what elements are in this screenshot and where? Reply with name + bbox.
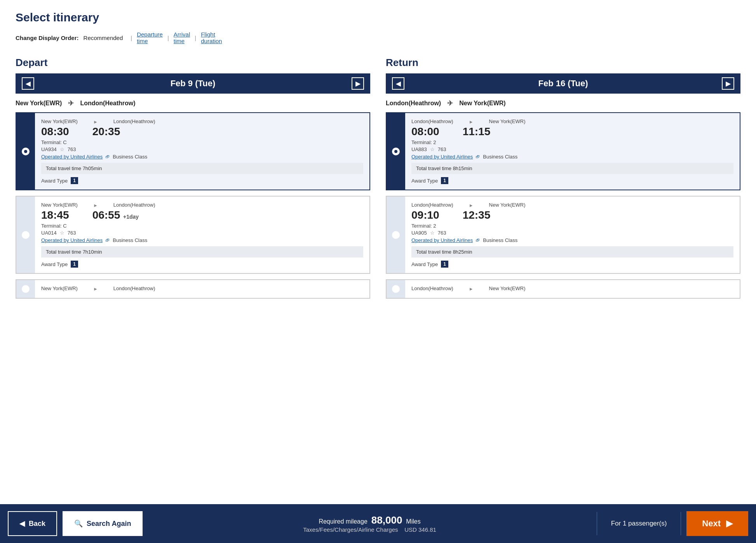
return-date-nav: ◀ Feb 16 (Tue) ▶: [386, 73, 740, 94]
depart-f2-arrive-time: 06:55 +1day: [92, 209, 139, 221]
sort-arrival-link[interactable]: Arrivaltime: [174, 31, 190, 44]
back-arrow-icon: ◀: [19, 519, 25, 528]
return-f2-operated-link[interactable]: Operated by United Airlines: [411, 237, 473, 243]
return-f1-number: UA883: [411, 146, 427, 152]
taxes-label: Taxes/Fees/Charges/Airline Charges: [303, 526, 398, 533]
return-f2-star: ☆: [430, 230, 435, 236]
depart-f1-origin: New York(EWR): [41, 118, 78, 124]
return-flight-1[interactable]: London(Heathrow) ► New York(EWR) 08:00 1…: [386, 112, 740, 190]
passenger-section: For 1 passenger(s): [597, 512, 681, 535]
sort-duration-link[interactable]: Flightduration: [201, 31, 222, 44]
depart-f3-dest: London(Heathrow): [113, 285, 155, 291]
mileage-row: Required mileage 88,000 Miles: [319, 514, 420, 526]
depart-flight-1[interactable]: New York(EWR) ► London(Heathrow) 08:30 2…: [16, 112, 370, 190]
return-dest-label: New York(EWR): [459, 100, 505, 107]
depart-radio-3[interactable]: [22, 285, 30, 293]
next-arrow-icon: ▶: [726, 519, 733, 529]
columns-wrapper: Depart ◀ Feb 9 (Tue) ▶ New York(EWR) ✈ L…: [16, 57, 740, 304]
taxes-row: Taxes/Fees/Charges/Airline Charges USD 3…: [303, 526, 436, 533]
mileage-value: 88,000: [371, 514, 402, 526]
return-f2-arrive-time: 12:35: [463, 209, 491, 221]
depart-date-nav: ◀ Feb 9 (Tue) ▶: [16, 73, 370, 94]
return-radio-col-1: [387, 113, 405, 190]
display-order-value: Recommended: [84, 35, 123, 41]
return-f1-award: Award Type 1: [411, 177, 733, 184]
depart-f1-aircraft: 763: [68, 146, 76, 152]
return-f1-operated: Operated by United Airlines 🗗 Business C…: [411, 154, 733, 160]
depart-f2-terminal: Terminal: C: [41, 223, 363, 229]
return-radio-col-2: [387, 197, 405, 273]
depart-prev-btn[interactable]: ◀: [22, 77, 34, 90]
depart-f2-times: 18:45 06:55 +1day: [41, 209, 363, 221]
sort-departure-link[interactable]: Departuretime: [137, 31, 163, 44]
bottom-bar: ◀ Back 🔍 Search Again Required mileage 8…: [0, 504, 756, 543]
return-flight-2[interactable]: London(Heathrow) ► New York(EWR) 09:10 1…: [386, 196, 740, 274]
return-prev-btn[interactable]: ◀: [392, 77, 404, 90]
return-radio-1[interactable]: [392, 148, 400, 155]
depart-f1-arrive-time: 20:35: [92, 125, 120, 138]
return-f2-aircraft: 763: [438, 230, 446, 236]
depart-dest-label: London(Heathrow): [80, 100, 135, 107]
depart-flight-3-info: New York(EWR) ► London(Heathrow): [35, 280, 369, 298]
depart-f2-ext-icon: 🗗: [106, 238, 110, 242]
back-button[interactable]: ◀ Back: [8, 511, 57, 536]
return-f2-award-label: Award Type: [411, 261, 438, 267]
return-column: Return ◀ Feb 16 (Tue) ▶ London(Heathrow)…: [386, 57, 740, 304]
back-label: Back: [29, 520, 45, 528]
depart-f3-top: New York(EWR) ► London(Heathrow): [41, 285, 363, 292]
return-f1-terminal: Terminal: 2: [411, 139, 733, 145]
depart-f2-top: New York(EWR) ► London(Heathrow): [41, 202, 363, 208]
return-f2-award: Award Type 1: [411, 261, 733, 268]
return-f1-class: Business Class: [483, 154, 517, 160]
display-order-row: Change Display Order: Recommended | Depa…: [16, 31, 740, 44]
depart-f1-terminal: Terminal: C: [41, 139, 363, 145]
return-f2-top: London(Heathrow) ► New York(EWR): [411, 202, 733, 208]
depart-f1-details: UA934 ☆ 763: [41, 146, 363, 152]
divider-3: |: [195, 35, 196, 41]
return-f1-ext-icon: 🗗: [476, 155, 480, 159]
return-flight-3[interactable]: London(Heathrow) ► New York(EWR): [386, 279, 740, 299]
mileage-unit: Miles: [406, 518, 420, 525]
return-f1-times: 08:00 11:15: [411, 125, 733, 138]
depart-f2-award-label: Award Type: [41, 261, 68, 267]
depart-radio-col-1: [16, 113, 35, 190]
return-f1-origin: London(Heathrow): [411, 118, 453, 124]
return-f2-times: 09:10 12:35: [411, 209, 733, 221]
next-label: Next: [702, 519, 721, 529]
return-f2-dest: New York(EWR): [489, 202, 526, 208]
depart-f1-travel-time: Total travel time 7h05min: [41, 163, 363, 174]
depart-next-btn[interactable]: ▶: [352, 77, 364, 90]
search-again-label: Search Again: [87, 520, 131, 528]
return-f1-award-badge: 1: [441, 177, 448, 184]
depart-f2-award-badge: 1: [71, 261, 78, 268]
return-f1-depart-time: 08:00: [411, 125, 439, 138]
return-f1-travel-time: Total travel time 8h15min: [411, 163, 733, 174]
depart-f2-aircraft: 763: [68, 230, 76, 236]
return-flight-1-info: London(Heathrow) ► New York(EWR) 08:00 1…: [405, 113, 740, 190]
search-again-button[interactable]: 🔍 Search Again: [63, 511, 143, 536]
return-next-btn[interactable]: ▶: [722, 77, 734, 90]
return-f2-origin: London(Heathrow): [411, 202, 453, 208]
depart-f1-depart-time: 08:30: [41, 125, 69, 138]
depart-header: Depart: [16, 57, 370, 69]
depart-flight-2[interactable]: New York(EWR) ► London(Heathrow) 18:45 0…: [16, 196, 370, 274]
depart-f1-operated-link[interactable]: Operated by United Airlines: [41, 154, 103, 160]
depart-f1-star: ☆: [60, 146, 64, 152]
depart-f1-times: 08:30 20:35: [41, 125, 363, 138]
depart-radio-1[interactable]: [22, 148, 30, 155]
return-f3-arrow: ►: [469, 286, 474, 292]
depart-f3-arrow: ►: [93, 286, 98, 292]
depart-flight-3[interactable]: New York(EWR) ► London(Heathrow): [16, 279, 370, 299]
return-radio-2[interactable]: [392, 231, 400, 239]
depart-f1-dest: London(Heathrow): [113, 118, 155, 124]
depart-f2-suffix: +1day: [123, 214, 139, 220]
main-content: Select itinerary Change Display Order: R…: [0, 0, 756, 351]
next-button[interactable]: Next ▶: [686, 511, 748, 536]
return-f1-operated-link[interactable]: Operated by United Airlines: [411, 154, 473, 160]
depart-f2-operated-link[interactable]: Operated by United Airlines: [41, 237, 103, 243]
return-f3-dest: New York(EWR): [489, 285, 526, 291]
return-f3-top: London(Heathrow) ► New York(EWR): [411, 285, 733, 292]
return-f1-award-label: Award Type: [411, 178, 438, 184]
depart-radio-2[interactable]: [22, 231, 30, 239]
return-radio-3[interactable]: [392, 285, 400, 293]
